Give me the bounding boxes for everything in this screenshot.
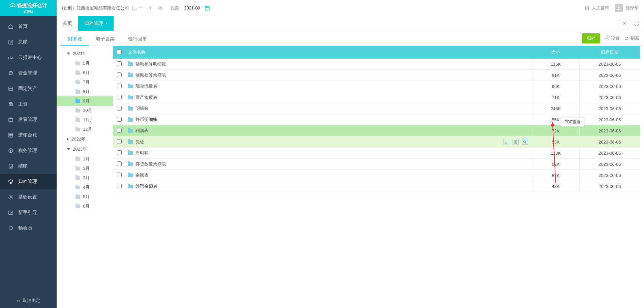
row-checkbox[interactable]: [117, 61, 122, 66]
archive-button[interactable]: 归档: [582, 33, 600, 43]
company-selector[interactable]: (勿删）江西服宝精品有限责任公司（... ﹀: [62, 5, 143, 11]
add-icon[interactable]: ＋: [148, 4, 153, 11]
user-menu[interactable]: 徐泽华: [615, 4, 639, 12]
file-table: 文件名称 大小 归档日期 辅助核算明细账116K2023-06-06辅助核算余额…: [113, 46, 644, 308]
table-row[interactable]: 余额表83K2023-06-06: [113, 170, 640, 181]
tree-month[interactable]: 2月: [57, 164, 113, 173]
file-date: 2023-06-06: [579, 92, 640, 103]
row-checkbox[interactable]: [117, 95, 122, 99]
tab-archive[interactable]: 归档管理 ×: [78, 16, 114, 31]
tree-month[interactable]: 6月: [57, 202, 113, 211]
file-name: 利润表: [135, 128, 149, 134]
row-checkbox[interactable]: [117, 117, 122, 122]
nav-item[interactable]: 云报表中心: [0, 50, 57, 65]
nav-item[interactable]: 归档管理: [0, 174, 57, 189]
table-row[interactable]: 明细账246K2023-06-06: [113, 103, 640, 114]
nav-item[interactable]: 资金管理: [0, 65, 57, 81]
table-row[interactable]: 序时账113K2023-06-06: [113, 148, 640, 159]
row-checkbox[interactable]: [117, 84, 122, 88]
tree-month[interactable]: 6月: [57, 68, 113, 78]
row-checkbox[interactable]: [117, 106, 122, 111]
row-checkbox[interactable]: [117, 161, 122, 166]
file-folder-icon: [128, 107, 133, 111]
table-row[interactable]: 外币余额表48K2023-06-06: [113, 181, 640, 192]
tree-month[interactable]: 12月: [57, 125, 113, 134]
nav-item[interactable]: 税务管理: [0, 143, 57, 158]
select-all-checkbox[interactable]: [117, 50, 122, 54]
refresh-link[interactable]: 刷新: [624, 35, 639, 41]
subtab-finance[interactable]: 财务账: [61, 33, 89, 45]
subtab-einvoice[interactable]: 电子发票: [89, 33, 121, 45]
consult-button[interactable]: 人工咨询: [584, 5, 609, 11]
table-row[interactable]: 辅助核算明细账116K2023-06-06: [113, 59, 640, 70]
sidebar: 畅捷通好会计 旗舰版 首页总账云报表中心资金管理固定资产工资发票管理进销台账税务…: [0, 0, 57, 308]
company-name: (勿删）江西服宝精品有限责任公司（...: [62, 5, 137, 11]
table-row[interactable]: 资产负债表71K2023-06-06: [113, 92, 640, 103]
calendar-icon[interactable]: [205, 6, 210, 10]
tree-year[interactable]: 2022年: [57, 134, 113, 144]
svg-rect-9: [9, 211, 13, 214]
download-pdf-icon[interactable]: [503, 139, 509, 145]
fullscreen-button[interactable]: [632, 19, 641, 28]
file-date: 2023-06-06: [579, 103, 640, 114]
nav-item[interactable]: 结账: [0, 158, 57, 174]
tree-month[interactable]: 7月: [57, 78, 113, 87]
nav-item[interactable]: 发票管理: [0, 112, 57, 127]
tree-month[interactable]: 4月: [57, 183, 113, 192]
view-pdf-icon[interactable]: [522, 139, 528, 145]
nav-item[interactable]: 总账: [0, 34, 57, 50]
tabbar: 首页 归档管理 × ✕: [57, 16, 644, 31]
nav-label: 税务管理: [18, 148, 37, 154]
nav-item[interactable]: 固定资产: [0, 81, 57, 96]
tab-home[interactable]: 首页: [57, 16, 78, 31]
table-row[interactable]: 利润表72K2023-06-06: [113, 125, 640, 136]
chevron-down-icon: ﹀: [139, 5, 143, 11]
table-row[interactable]: 凭证53K2023-06-06: [113, 136, 640, 148]
tree-month[interactable]: 5月: [57, 192, 113, 202]
month-label: 9月: [83, 98, 90, 104]
row-checkbox[interactable]: [117, 173, 122, 177]
month-label: 5月: [83, 60, 90, 66]
tree-year[interactable]: 2021年: [57, 49, 113, 59]
tree-month[interactable]: 11月: [57, 115, 113, 125]
svg-rect-1: [9, 87, 13, 90]
file-date: 2023-06-06: [579, 181, 640, 192]
settings-link[interactable]: 设置: [605, 35, 620, 41]
tree-month[interactable]: 10月: [57, 106, 113, 115]
folder-icon: [75, 71, 80, 75]
tree-month[interactable]: 9月: [57, 96, 113, 106]
row-checkbox[interactable]: [117, 150, 122, 155]
nav-item[interactable]: 工资: [0, 96, 57, 112]
gear-icon[interactable]: [158, 5, 163, 11]
file-name: 辅助核算余额表: [135, 72, 166, 78]
nav-icon: [8, 70, 13, 76]
nav-item[interactable]: 畅会员: [0, 220, 57, 236]
main: (勿删）江西服宝精品有限责任公司（... ﹀ ＋ 账期 2021-09 人工咨询: [57, 0, 644, 308]
subtab-bankslip[interactable]: 银行回单: [121, 33, 154, 45]
nav-item[interactable]: 首页: [0, 19, 57, 34]
close-all-button[interactable]: ✕: [620, 19, 629, 28]
nav-item[interactable]: 新手引导: [0, 205, 57, 220]
unpin-button[interactable]: ↢ 取消固定: [0, 293, 57, 308]
row-checkbox[interactable]: [117, 184, 122, 188]
row-checkbox[interactable]: [117, 72, 122, 77]
nav-item[interactable]: 进销台账: [0, 127, 57, 143]
row-checkbox[interactable]: [117, 128, 122, 133]
row-checkbox[interactable]: [117, 139, 122, 144]
table-row[interactable]: 存货数量余额表62K2023-06-06: [113, 159, 640, 170]
table-row[interactable]: 现金流量表66K2023-06-06: [113, 81, 640, 92]
table-row[interactable]: 辅助核算余额表81K2023-06-06: [113, 70, 640, 81]
tree-month[interactable]: 1月: [57, 154, 113, 164]
content: 财务账 电子发票 银行回单 归档 设置 刷新: [57, 31, 644, 308]
gear-icon: [605, 36, 610, 41]
tree-year[interactable]: 2023年: [57, 144, 113, 154]
nav-item[interactable]: 基础设置: [0, 189, 57, 205]
headset-icon: [584, 5, 590, 11]
period-value: 2021-09: [184, 5, 200, 10]
close-icon[interactable]: ×: [105, 21, 108, 26]
export-pdf-icon[interactable]: [513, 139, 519, 145]
folder-icon: [75, 128, 80, 131]
tree-month[interactable]: 5月: [57, 59, 113, 68]
tree-month[interactable]: 8月: [57, 87, 113, 96]
tree-month[interactable]: 3月: [57, 173, 113, 183]
